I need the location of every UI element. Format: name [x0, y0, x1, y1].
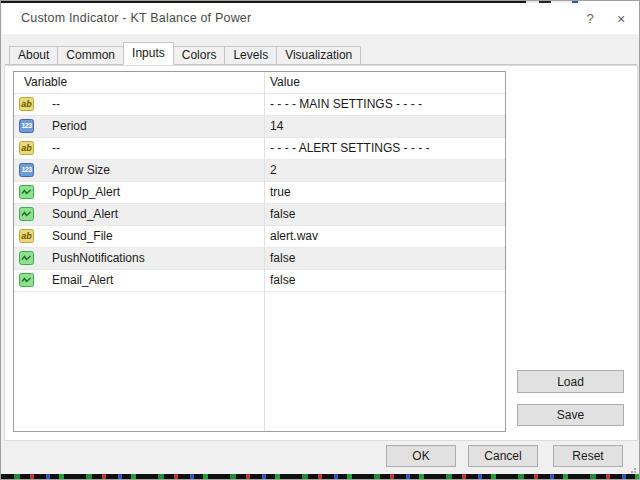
table-row[interactable]: Sound_Alertfalse — [14, 204, 505, 226]
value-cell[interactable]: - - - - MAIN SETTINGS - - - - — [270, 94, 422, 115]
table-row[interactable]: abSound_Filealert.wav — [14, 226, 505, 248]
table-header: Variable Value — [14, 72, 505, 94]
column-header-variable: Variable — [24, 72, 67, 93]
text-param-icon: ab — [19, 141, 34, 155]
value-cell[interactable]: alert.wav — [270, 226, 318, 247]
close-icon[interactable]: × — [608, 9, 634, 29]
window-title: Custom Indicator - KT Balance of Power — [21, 11, 251, 25]
bool-param-icon — [19, 207, 34, 221]
table-row[interactable]: PushNotificationsfalse — [14, 248, 505, 270]
inputs-tab-page: Variable Value ab--- - - - MAIN SETTINGS… — [4, 65, 638, 441]
value-cell[interactable]: false — [270, 204, 295, 225]
table-row[interactable]: 123Period14 — [14, 116, 505, 138]
bool-param-icon — [19, 185, 34, 199]
value-cell[interactable]: false — [270, 248, 295, 269]
value-cell[interactable]: false — [270, 270, 295, 291]
tab-levels[interactable]: Levels — [224, 46, 277, 64]
tab-colors[interactable]: Colors — [173, 46, 226, 64]
reset-button[interactable]: Reset — [553, 445, 623, 467]
text-param-icon: ab — [19, 97, 34, 111]
help-icon[interactable]: ? — [577, 9, 603, 29]
variable-cell: -- — [52, 94, 60, 115]
variable-cell: PopUp_Alert — [52, 182, 120, 203]
cancel-button[interactable]: Cancel — [468, 445, 538, 467]
number-param-icon: 123 — [19, 163, 34, 177]
variable-cell: -- — [52, 138, 60, 159]
value-cell[interactable]: 2 — [270, 160, 277, 181]
tab-visualization[interactable]: Visualization — [276, 46, 361, 64]
save-button[interactable]: Save — [517, 404, 624, 426]
variable-cell: Period — [52, 116, 87, 137]
ok-button[interactable]: OK — [386, 445, 456, 467]
tab-about[interactable]: About — [9, 46, 58, 64]
variable-cell: Sound_File — [52, 226, 113, 247]
custom-indicator-dialog: Custom Indicator - KT Balance of Power ?… — [0, 0, 640, 480]
variable-cell: Email_Alert — [52, 270, 113, 291]
text-param-icon: ab — [19, 229, 34, 243]
variable-cell: Sound_Alert — [52, 204, 118, 225]
dialog-footer: OK Cancel Reset — [1, 441, 640, 474]
variable-cell: PushNotifications — [52, 248, 145, 269]
column-header-value: Value — [270, 72, 300, 93]
bool-param-icon — [19, 273, 34, 287]
load-button[interactable]: Load — [517, 370, 624, 393]
table-row[interactable]: PopUp_Alerttrue — [14, 182, 505, 204]
background-chart-bottom-sliver — [1, 474, 640, 480]
tab-inputs[interactable]: Inputs — [123, 42, 174, 65]
table-row[interactable]: ab--- - - - ALERT SETTINGS - - - - — [14, 138, 505, 160]
value-cell[interactable]: 14 — [270, 116, 283, 137]
table-row[interactable]: 123Arrow Size2 — [14, 160, 505, 182]
variable-cell: Arrow Size — [52, 160, 110, 181]
value-cell[interactable]: true — [270, 182, 291, 203]
title-bar[interactable]: Custom Indicator - KT Balance of Power ?… — [2, 3, 639, 34]
tab-common[interactable]: Common — [57, 46, 124, 64]
table-row[interactable]: Email_Alertfalse — [14, 270, 505, 292]
resize-grip-icon[interactable] — [627, 462, 636, 471]
tab-bar: AboutCommonInputsColorsLevelsVisualizati… — [5, 43, 637, 65]
table-row[interactable]: ab--- - - - MAIN SETTINGS - - - - — [14, 94, 505, 116]
parameters-table: Variable Value ab--- - - - MAIN SETTINGS… — [13, 71, 506, 432]
number-param-icon: 123 — [19, 119, 34, 133]
value-cell[interactable]: - - - - ALERT SETTINGS - - - - — [270, 138, 430, 159]
column-divider — [264, 72, 265, 431]
bool-param-icon — [19, 251, 34, 265]
